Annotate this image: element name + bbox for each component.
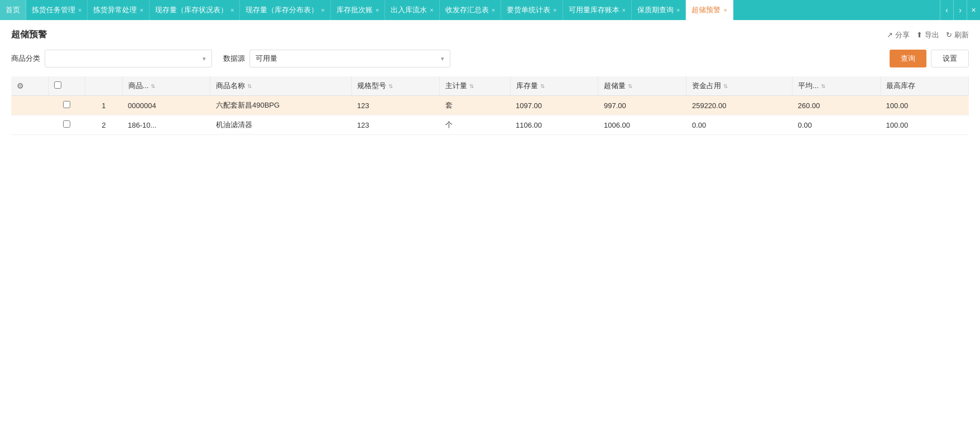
col-header-avg[interactable]: 平均... ⇅: [792, 76, 880, 96]
close-tab-task[interactable]: ×: [78, 7, 81, 13]
nav-tab-quality[interactable]: 保质期查询 ×: [632, 0, 686, 20]
row-settings-cell: [11, 96, 48, 115]
refresh-button[interactable]: ↻ 刷新: [946, 30, 969, 40]
row-stock: 1097.00: [510, 96, 598, 115]
page-title: 超储预警: [11, 29, 47, 41]
row-maxstock: 100.00: [880, 115, 968, 135]
row-unit: 个: [440, 115, 510, 135]
nav-tab-inout[interactable]: 出入库流水 ×: [385, 0, 439, 20]
nav-arrow-right[interactable]: ›: [953, 0, 967, 20]
row-checkbox-cell[interactable]: [48, 115, 85, 135]
col-header-code[interactable]: 商品... ⇅: [122, 76, 210, 96]
sort-icon-name: ⇅: [247, 83, 252, 89]
table-header-row: 商品... ⇅ 商品名称 ⇅ 规格型号 ⇅: [11, 76, 969, 96]
share-icon: ↗: [887, 31, 893, 39]
nav-tab-overstock[interactable]: 超储预警 ×: [686, 0, 733, 20]
filter-buttons: 查询 设置: [890, 50, 969, 67]
page-content: 超储预警 ↗ 分享 ⬆ 导出 ↻ 刷新 商品分类 ▾ 数据源: [0, 20, 980, 446]
data-table: 商品... ⇅ 商品名称 ⇅ 规格型号 ⇅: [11, 76, 969, 135]
row-name: 六配套新昌490BPG: [210, 96, 352, 115]
nav-arrows: ‹ › ×: [940, 0, 980, 20]
close-tab-inout[interactable]: ×: [430, 7, 433, 13]
col-header-over[interactable]: 超储量 ⇅: [598, 76, 686, 96]
col-header-name[interactable]: 商品名称 ⇅: [210, 76, 352, 96]
row-avg: 0.00: [792, 115, 880, 135]
sort-icon-avg: ⇅: [821, 83, 825, 89]
nav-tab-batch[interactable]: 库存批次账 ×: [331, 0, 385, 20]
page-header: 超储预警 ↗ 分享 ⬆ 导出 ↻ 刷新: [11, 29, 969, 41]
nav-tab-available[interactable]: 可用量库存账本 ×: [563, 0, 632, 20]
close-tab-summary[interactable]: ×: [492, 7, 495, 13]
row-name: 机油滤清器: [210, 115, 352, 135]
settings-button[interactable]: 设置: [931, 50, 969, 67]
nav-tab-summary[interactable]: 收发存汇总表 ×: [440, 0, 501, 20]
nav-tab-exception[interactable]: 拣货异常处理 ×: [88, 0, 149, 20]
row-spec: 123: [352, 96, 440, 115]
refresh-icon: ↻: [946, 31, 952, 39]
sort-icon-spec: ⇅: [388, 83, 393, 89]
header-actions: ↗ 分享 ⬆ 导出 ↻ 刷新: [887, 30, 969, 40]
table-row[interactable]: 1 0000004 六配套新昌490BPG 123 套 1097.00 997.…: [11, 96, 969, 115]
gear-icon: [17, 82, 24, 90]
category-select[interactable]: ▾: [45, 50, 212, 67]
row-over: 1006.00: [598, 115, 686, 135]
row-over: 997.00: [598, 96, 686, 115]
col-header-funds[interactable]: 资金占用 ⇅: [686, 76, 792, 96]
datasource-filter: 数据源 可用量 ▾: [223, 50, 450, 67]
export-icon: ⬆: [916, 31, 923, 39]
filter-row: 商品分类 ▾ 数据源 可用量 ▾ 查询 设置: [11, 50, 969, 67]
row-index: 1: [85, 96, 122, 115]
sort-icon-funds: ⇅: [723, 83, 728, 89]
datasource-label: 数据源: [223, 54, 245, 64]
col-header-stock[interactable]: 库存量 ⇅: [510, 76, 598, 96]
close-tab-exception[interactable]: ×: [140, 7, 143, 13]
nav-tab-task[interactable]: 拣货任务管理 ×: [26, 0, 88, 20]
nav-arrow-left[interactable]: ‹: [940, 0, 953, 20]
share-button[interactable]: ↗ 分享: [887, 30, 910, 40]
col-header-unit[interactable]: 主计量 ⇅: [440, 76, 510, 96]
row-checkbox[interactable]: [63, 101, 70, 108]
nav-tab-demand[interactable]: 要货单统计表 ×: [501, 0, 563, 20]
row-settings-cell: [11, 115, 48, 135]
close-tab-available[interactable]: ×: [622, 7, 626, 13]
row-stock: 1106.00: [510, 115, 598, 135]
table-row[interactable]: 2 186-10... 机油滤清器 123 个 1106.00 1006.00 …: [11, 115, 969, 135]
nav-tab-stock-dist[interactable]: 现存量（库存分布表） ×: [240, 0, 330, 20]
sort-icon-stock: ⇅: [540, 83, 545, 89]
category-filter: 商品分类 ▾: [11, 50, 212, 67]
row-code: 0000004: [122, 96, 210, 115]
row-maxstock: 100.00: [880, 96, 968, 115]
datasource-select[interactable]: 可用量 ▾: [249, 50, 450, 67]
close-tab-stock-status[interactable]: ×: [230, 7, 234, 13]
sort-icon-unit: ⇅: [469, 83, 474, 89]
nav-tab-home[interactable]: 首页: [0, 0, 26, 20]
col-header-spec[interactable]: 规格型号 ⇅: [352, 76, 440, 96]
select-all-checkbox[interactable]: [54, 81, 61, 89]
row-spec: 123: [352, 115, 440, 135]
close-tab-demand[interactable]: ×: [553, 7, 556, 13]
col-header-maxstock[interactable]: 最高库存: [880, 76, 968, 96]
close-tab-quality[interactable]: ×: [676, 7, 680, 13]
nav-tab-stock-status[interactable]: 现存量（库存状况表） ×: [150, 0, 240, 20]
close-tab-overstock[interactable]: ×: [723, 7, 727, 13]
row-avg: 260.00: [792, 96, 880, 115]
query-button[interactable]: 查询: [890, 50, 926, 67]
col-header-settings[interactable]: [11, 76, 48, 96]
nav-arrow-close[interactable]: ×: [967, 0, 980, 20]
row-funds: 0.00: [686, 115, 792, 135]
row-funds: 259220.00: [686, 96, 792, 115]
category-chevron-icon: ▾: [203, 55, 206, 62]
close-tab-batch[interactable]: ×: [376, 7, 379, 13]
export-button[interactable]: ⬆ 导出: [916, 30, 939, 40]
row-code: 186-10...: [122, 115, 210, 135]
col-header-check: [48, 76, 85, 96]
row-unit: 套: [440, 96, 510, 115]
sort-icon-over: ⇅: [628, 83, 632, 89]
close-tab-stock-dist[interactable]: ×: [321, 7, 324, 13]
sort-icon-code: ⇅: [151, 83, 155, 89]
row-index: 2: [85, 115, 122, 135]
category-label: 商品分类: [11, 54, 40, 64]
row-checkbox-cell[interactable]: [48, 96, 85, 115]
col-header-idx: [85, 76, 122, 96]
row-checkbox[interactable]: [63, 120, 70, 128]
